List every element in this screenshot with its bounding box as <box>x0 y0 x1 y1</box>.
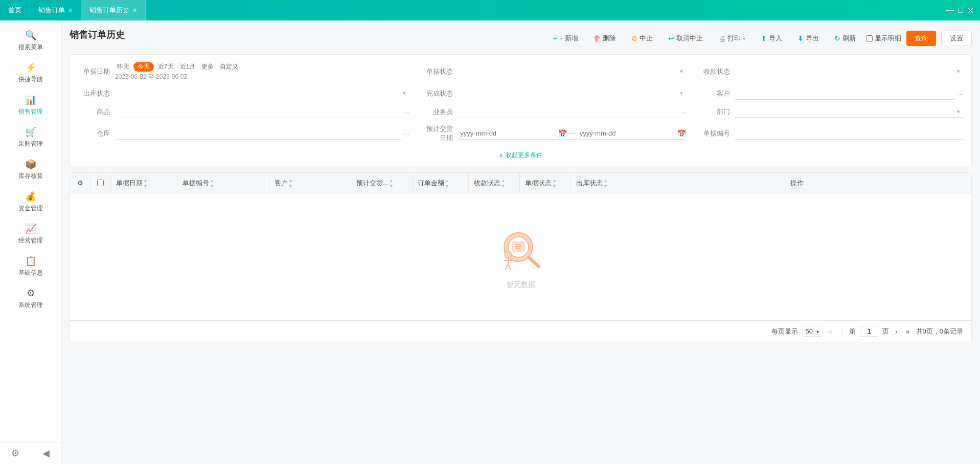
date-btn-custom[interactable]: 自定义 <box>218 62 240 72</box>
refresh-button[interactable]: ↻ 刷新 <box>829 32 861 45</box>
th-date-label: 单据日期 <box>116 179 143 188</box>
th-checkbox[interactable] <box>90 173 111 193</box>
stop-button[interactable]: ⊘ 中止 <box>626 32 658 45</box>
close-tab-history-icon[interactable]: ✕ <box>132 7 137 14</box>
salesman-input[interactable] <box>458 106 678 118</box>
operations-icon: 📈 <box>25 223 36 234</box>
sidebar-item-inventory[interactable]: 📦 库存核算 <box>0 153 61 186</box>
sidebar-item-operations[interactable]: 📈 经营管理 <box>0 218 61 250</box>
select-all-checkbox[interactable] <box>97 180 104 186</box>
sidebar-item-search[interactable]: 🔍 搜索菜单 <box>0 25 61 57</box>
th-wh[interactable]: 出库状态 ▴▾ <box>571 173 622 193</box>
page-size-select[interactable]: 50 ▾ <box>802 326 823 337</box>
sidebar-item-basic-info[interactable]: 📋 基础信息 <box>0 250 61 282</box>
sidebar-item-purchase[interactable]: 🛒 采购管理 <box>0 121 61 153</box>
collapse-bar[interactable]: ∧ 收起更多条件 <box>78 149 963 162</box>
tab-sales-order-history[interactable]: 销售订单历史 ✕ <box>81 0 146 20</box>
complete-select[interactable]: ▾ <box>458 88 686 99</box>
sidebar-item-basic-info-label: 基础信息 <box>18 269 43 277</box>
new-button[interactable]: + + 新增 <box>548 32 583 45</box>
date-btn-more[interactable]: 更多 <box>199 62 216 72</box>
dept-select[interactable]: ▾ <box>735 106 963 118</box>
date-btn-today[interactable]: 今天 <box>133 62 154 72</box>
cancel-stop-button[interactable]: ↩ 取消中止 <box>663 32 708 45</box>
payment-status-label: 收款状态 <box>698 67 735 76</box>
sales-icon: 📊 <box>25 94 36 105</box>
filter-row-4: 仓库 ··· 预计交货日期 📅 — 📅 单据编号 <box>78 124 963 143</box>
settings-button[interactable]: 设置 <box>941 31 972 46</box>
sidebar-collapse-icon[interactable]: ◀ <box>42 448 50 459</box>
maximize-icon[interactable]: □ <box>958 6 963 15</box>
page-size-label: 每页显示 <box>771 327 798 336</box>
query-button[interactable]: 查询 <box>906 31 936 46</box>
cancel-stop-icon: ↩ <box>668 34 674 42</box>
stock-out-dropdown-icon: ▾ <box>403 90 406 97</box>
calendar-start-icon[interactable]: 📅 <box>558 129 567 138</box>
sidebar-item-sales[interactable]: 📊 销售管理 <box>0 89 61 121</box>
tab-sales-order-history-label: 销售订单历史 <box>89 6 129 15</box>
sidebar-item-system[interactable]: ⚙ 系统管理 <box>0 282 61 315</box>
product-input[interactable] <box>115 106 401 118</box>
filter-delivery-date: 预计交货日期 📅 — 📅 <box>421 124 686 143</box>
th-delivery[interactable]: 预计交货... ▴▾ <box>351 173 413 193</box>
th-amount[interactable]: 订单金额 ▴▾ <box>413 173 469 193</box>
filter-stock-out: 出库状态 ▾ <box>78 88 409 99</box>
minimize-icon[interactable]: — <box>946 6 954 15</box>
tab-home-label: 首页 <box>8 6 21 15</box>
close-tab-sales-order-icon[interactable]: ✕ <box>68 7 73 14</box>
sidebar-item-finance-label: 资金管理 <box>18 204 43 213</box>
top-bar-actions: — □ ✕ <box>940 6 980 15</box>
date-btn-yesterday[interactable]: 昨天 <box>115 62 131 72</box>
calendar-end-icon[interactable]: 📅 <box>677 129 686 138</box>
sidebar-item-quicknav[interactable]: ⚡ 快捷导航 <box>0 57 61 89</box>
customer-input[interactable] <box>735 87 955 100</box>
warehouse-dots[interactable]: ··· <box>403 130 409 138</box>
status-dropdown-icon: ▾ <box>680 68 683 75</box>
th-date[interactable]: 单据日期 ▴▾ <box>111 173 177 193</box>
tab-sales-order[interactable]: 销售订单 ✕ <box>30 0 81 20</box>
export-icon: ⬇ <box>797 34 804 42</box>
svg-line-2 <box>529 257 539 267</box>
th-payment[interactable]: 收款状态 ▴▾ <box>469 173 520 193</box>
customer-dots[interactable]: ··· <box>958 90 963 98</box>
salesman-dots[interactable]: ··· <box>680 108 686 116</box>
product-dots[interactable]: ··· <box>403 108 409 116</box>
export-button[interactable]: ⬇ 导出 <box>792 32 824 45</box>
empty-text: 暂无数据 <box>507 280 535 290</box>
sidebar-item-finance[interactable]: 💰 资金管理 <box>0 186 61 218</box>
sidebar-settings-icon[interactable]: ⚙ <box>11 448 19 459</box>
th-amount-label: 订单金额 <box>418 179 444 188</box>
first-page-button[interactable]: « <box>827 326 835 337</box>
quicknav-icon: ⚡ <box>25 62 36 73</box>
date-btn-1month[interactable]: 近1月 <box>178 62 198 72</box>
top-bar-tabs: 首页 销售订单 ✕ 销售订单历史 ✕ <box>0 0 940 20</box>
display-detail-checkbox[interactable]: 显示明细 <box>866 34 901 43</box>
th-gear[interactable]: ⚙ <box>70 173 90 193</box>
display-detail-input[interactable] <box>866 35 873 42</box>
warehouse-input[interactable] <box>115 127 401 140</box>
delivery-date-end[interactable] <box>578 127 675 139</box>
print-button[interactable]: 🖨 打印 ▾ <box>713 32 750 45</box>
salesman-label: 业务员 <box>421 107 458 117</box>
delete-button[interactable]: 🗑 删除 <box>588 32 621 45</box>
delivery-date-start[interactable] <box>458 127 556 139</box>
import-button[interactable]: ⬆ 导入 <box>756 32 787 45</box>
th-status[interactable]: 单据状态 ▴▾ <box>520 173 571 193</box>
date-btn-7days[interactable]: 近7天 <box>156 62 176 72</box>
status-select[interactable]: ▾ <box>458 66 686 77</box>
tab-home[interactable]: 首页 <box>0 0 30 20</box>
window-close-icon[interactable]: ✕ <box>967 6 974 15</box>
prev-page-button[interactable]: ‹ <box>838 326 845 337</box>
payment-status-select[interactable]: ▾ <box>735 66 963 77</box>
th-orderno[interactable]: 单据编号 ▴▾ <box>177 173 269 193</box>
sidebar-bottom: ⚙ ◀ <box>0 442 61 464</box>
next-page-button[interactable]: › <box>893 326 900 337</box>
current-page-input[interactable] <box>860 326 878 337</box>
date-range-area: 昨天 今天 近7天 近1月 更多 自定义 2023-06-02 至 2023-0… <box>115 62 409 81</box>
order-no-input[interactable] <box>735 127 963 140</box>
th-action-label: 操作 <box>790 179 804 188</box>
stock-out-select[interactable]: ▾ <box>115 88 409 99</box>
th-customer[interactable]: 客户 ▴▾ <box>269 173 351 193</box>
last-page-button[interactable]: » <box>904 326 912 337</box>
payment-dropdown-icon: ▾ <box>957 68 960 75</box>
